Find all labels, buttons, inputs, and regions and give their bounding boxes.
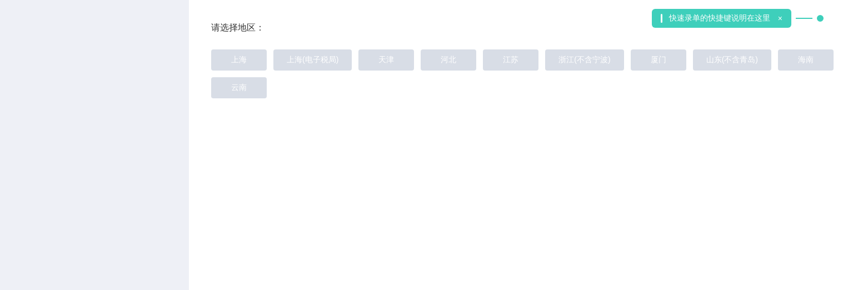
region-btn-tianjin[interactable]: 天津 [358, 49, 414, 71]
tooltip-close-button[interactable]: × [778, 14, 782, 23]
main-content: 请选择地区： 上海上海(电子税局)天津河北江苏浙江(不含宁波)厦门山东(不含青岛… [189, 0, 868, 290]
region-btn-shandong[interactable]: 山东(不含青岛) [693, 49, 771, 71]
region-btn-hainan[interactable]: 海南 [778, 49, 834, 71]
region-btn-zhejiang[interactable]: 浙江(不含宁波) [545, 49, 623, 71]
region-btn-shanghai[interactable]: 上海 [211, 49, 267, 71]
region-btn-xiamen[interactable]: 厦门 [631, 49, 686, 71]
tooltip-container: 快速录单的快捷键说明在这里 × [652, 9, 824, 28]
region-btn-yunnan[interactable]: 云南 [211, 77, 267, 98]
tooltip-text: 快速录单的快捷键说明在这里 [669, 13, 770, 23]
region-btn-shanghai-etax[interactable]: 上海(电子税局) [273, 49, 352, 71]
tooltip-dot [817, 15, 824, 22]
region-btn-jiangsu[interactable]: 江苏 [483, 49, 538, 71]
tooltip-bubble: 快速录单的快捷键说明在这里 × [652, 9, 791, 28]
region-buttons-container: 上海上海(电子税局)天津河北江苏浙江(不含宁波)厦门山东(不含青岛)海南云南 [211, 49, 846, 98]
tooltip-line [796, 18, 812, 19]
region-btn-hebei[interactable]: 河北 [421, 49, 476, 71]
left-sidebar [0, 0, 189, 290]
